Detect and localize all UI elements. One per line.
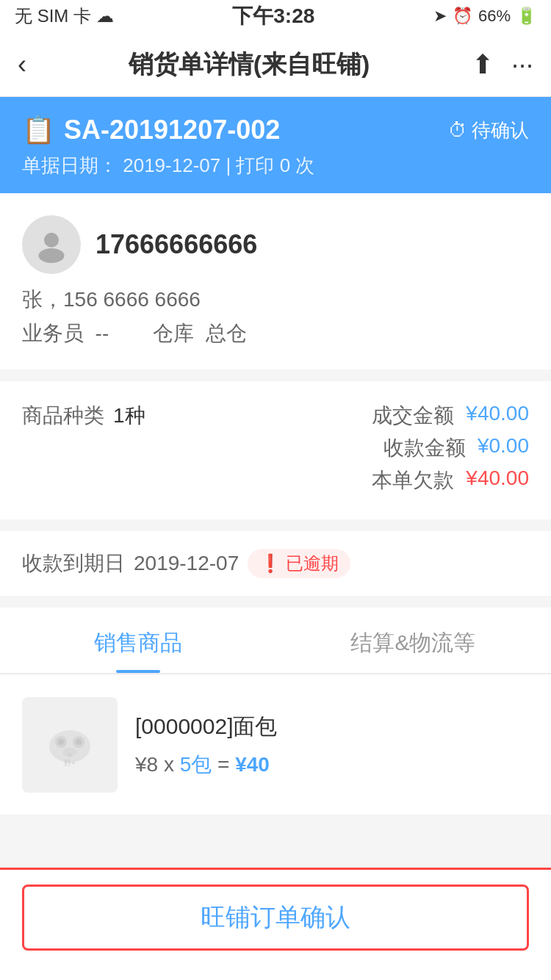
due-date-value: 2019-12-07 [134,552,239,575]
order-id: 📋 SA-20191207-002 [22,115,280,145]
product-price: ¥8 x 5包 = ¥40 [135,751,529,779]
due-date-card: 收款到期日 2019-12-07 ❗ 已逾期 [0,531,551,596]
overdue-icon: ❗ [259,553,281,574]
nav-left: ‹ [18,49,26,80]
location-icon: ➤ [433,7,447,26]
tab-sales-products[interactable]: 销售商品 [0,608,276,673]
order-id-row: 📋 SA-20191207-002 ⏱ 待确认 [22,115,529,145]
avatar [22,215,81,274]
more-button[interactable]: ··· [511,49,533,80]
order-date: 单据日期： 2019-12-07 | 打印 0 次 [22,153,529,179]
amount-value: ¥40.00 [466,402,529,430]
date-label: 单据日期： [22,154,118,176]
customer-phone: 17666666666 [96,229,257,260]
clock-icon: ⏱ [448,119,467,142]
product-name: [0000002]面包 [135,712,529,742]
svg-text:野+: 野+ [64,759,76,767]
customer-top: 17666666666 [22,215,529,274]
customer-meta: 业务员 -- 仓库 总仓 [22,320,529,347]
warehouse-label: 仓库 总仓 [153,320,247,347]
nav-title: 销货单详情(来自旺铺) [129,48,370,82]
owed-value: ¥40.00 [466,466,529,494]
back-button[interactable]: ‹ [18,49,26,80]
tabs: 销售商品 结算&物流等 [0,608,551,674]
order-status: ⏱ 待确认 [448,118,529,143]
sales-label: 业务员 -- [22,320,109,347]
bottom-bar: 旺铺订单确认 [0,868,551,980]
product-item: 野+ [0000002]面包 ¥8 x 5包 = ¥40 [0,675,551,815]
summary-row: 商品种类 1种 成交金额 ¥40.00 收款金额 ¥0.00 本单欠款 ¥40.… [22,402,529,499]
battery-label: 66% [478,7,511,26]
product-thumb-icon: 野+ [40,723,99,767]
status-right: ➤ ⏰ 66% 🔋 [433,7,536,26]
order-date-value: 2019-12-07 [123,154,220,176]
customer-name-phone: 张，156 6666 6666 [22,286,529,314]
order-banner: 📋 SA-20191207-002 ⏱ 待确认 单据日期： 2019-12-07… [0,97,551,193]
received-row: 收款金额 ¥0.00 [372,434,529,462]
share-button[interactable]: ⬆ [472,49,494,80]
amount-label: 成交金额 [372,402,454,430]
summary-card: 商品种类 1种 成交金额 ¥40.00 收款金额 ¥0.00 本单欠款 ¥40.… [0,381,551,519]
product-total: ¥40 [235,753,270,776]
order-icon: 📋 [22,115,55,145]
overdue-text: 已逾期 [286,552,339,575]
order-id-text: SA-20191207-002 [64,115,280,145]
due-label: 收款到期日 [22,550,125,577]
product-type: 商品种类 1种 [22,402,145,430]
order-status-text: 待确认 [472,118,529,143]
received-value: ¥0.00 [478,434,529,462]
unit-price: ¥8 [135,753,158,776]
battery-icon: 🔋 [516,7,536,26]
status-time: 下午3:28 [232,2,314,30]
product-list: 野+ [0000002]面包 ¥8 x 5包 = ¥40 [0,675,551,815]
product-type-value: 1种 [113,402,145,430]
nav-bar: ‹ 销货单详情(来自旺铺) ⬆ ··· [0,32,551,97]
product-info: [0000002]面包 ¥8 x 5包 = ¥40 [135,697,529,793]
amount-row: 成交金额 ¥40.00 [372,402,529,430]
svg-point-0 [44,233,59,248]
svg-point-5 [58,739,64,745]
sim-label: 无 SIM 卡 ☁ [15,4,114,28]
status-left: 无 SIM 卡 ☁ [15,4,114,28]
svg-point-1 [39,248,65,263]
alarm-icon: ⏰ [453,7,472,26]
customer-card: 17666666666 张，156 6666 6666 业务员 -- 仓库 总仓 [0,193,551,370]
status-bar: 无 SIM 卡 ☁ 下午3:28 ➤ ⏰ 66% 🔋 [0,0,551,32]
owed-label: 本单欠款 [372,466,454,494]
tab-settlement[interactable]: 结算&物流等 [276,608,551,673]
confirm-order-button[interactable]: 旺铺订单确认 [22,884,529,951]
product-thumbnail: 野+ [22,697,118,793]
owed-row: 本单欠款 ¥40.00 [372,466,529,494]
print-info: | 打印 0 次 [226,154,314,176]
nav-right: ⬆ ··· [472,49,533,80]
product-type-label: 商品种类 [22,402,104,430]
product-qty: 5包 [180,753,212,776]
overdue-badge: ❗ 已逾期 [248,549,350,578]
received-label: 收款金额 [383,434,466,462]
amounts: 成交金额 ¥40.00 收款金额 ¥0.00 本单欠款 ¥40.00 [372,402,529,499]
svg-point-6 [76,739,82,745]
